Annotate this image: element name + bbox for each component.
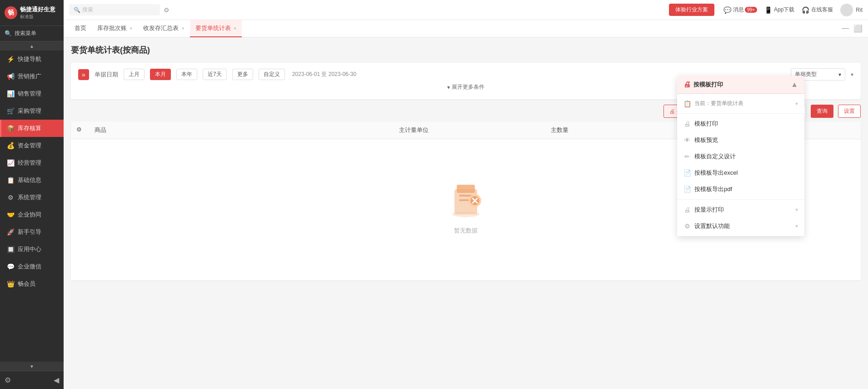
sidebar-item-quick-nav[interactable]: ⚡ 快捷导航 [0,51,64,68]
sidebar-item-system[interactable]: ⚙ 系统管理 [0,189,64,206]
sidebar-item-purchase[interactable]: 🛒 采购管理 [0,102,64,120]
sidebar-logo: 畅 畅捷通好生意 标准版 [0,0,64,26]
dropdown-header: 🖨 按模板打印 ▲ [677,76,804,94]
collapse-icon[interactable]: ◀ [54,376,59,384]
sidebar-scroll-up[interactable]: ▲ [0,41,64,51]
topbar-actions: 💬 消息 99+ 📱 App下载 🎧 在线客服 Rit [723,4,863,16]
sidebar-item-basics[interactable]: 📋 基础信息 [0,172,64,189]
sidebar-icon-enterprise: 🤝 [6,211,15,218]
sidebar-item-wechat[interactable]: 💬 企业微信 [0,258,64,275]
main-area: 🔍 搜索 ⚙ 体验行业方案 💬 消息 99+ 📱 App下载 🎧 在线客服 Ri… [64,0,868,389]
app-download-action[interactable]: 📱 App下载 [764,6,794,14]
sidebar-item-finance[interactable]: 💰 资金管理 [0,137,64,154]
date-btn-current-year[interactable]: 本年 [176,69,197,80]
filter-expand-button[interactable]: » [78,69,89,80]
sidebar-icon-system: ⚙ [6,194,15,201]
settings-icon[interactable]: ⚙ [5,376,11,384]
minimize-icon[interactable]: — [842,24,849,33]
message-action[interactable]: 💬 消息 99+ [723,6,757,14]
sidebar-item-member[interactable]: 👑 畅会员 [0,275,64,293]
dropdown-display-print[interactable]: 🖨 按显示打印 ▾ [677,202,804,218]
topbar-search[interactable]: 🔍 搜索 [69,4,160,15]
sidebar-item-marketing[interactable]: 📢 营销推广 [0,68,64,85]
sidebar-label-guide: 新手引导 [18,228,41,236]
content-area: 要货单统计表(按商品) » 单据日期 上月 本月 本年 近7天 更多 自定义 2… [64,37,868,389]
default-setting-icon: ⚙ [683,222,691,230]
dropdown-display-section: 🖨 按显示打印 ▾ ⚙ 设置默认功能 ▾ [677,200,804,236]
dropdown-template-preview[interactable]: 👁 模板预览 [677,132,804,148]
tab-close-receipt-summary[interactable]: × [181,25,184,31]
display-print-arrow-icon: ▾ [795,207,798,213]
sidebar-item-operations[interactable]: 📈 经营管理 [0,154,64,172]
tabs-bar: 首页 库存批次账 × 收发存汇总表 × 要货单统计表 × — ⬜ [64,20,868,37]
dropdown-template-custom[interactable]: ✏ 模板自定义设计 [677,148,804,165]
dropdown-template-section: 🖨 模板打印 👁 模板预览 ✏ 模板自定义设计 📄 按模板导出excel 📄 [677,114,804,200]
date-btn-last-month[interactable]: 上月 [124,69,145,80]
settings-button[interactable]: 设置 [838,105,861,118]
date-btn-current-month[interactable]: 本月 [150,69,171,80]
sidebar-search[interactable]: 🔍 搜索菜单 [0,26,64,41]
tab-close-batch-account[interactable]: × [130,25,132,31]
tab-home[interactable]: 首页 [69,20,92,37]
sidebar-label-system: 系统管理 [18,193,41,202]
dropdown-default-setting[interactable]: ⚙ 设置默认功能 ▾ [677,218,804,234]
svg-rect-4 [459,199,469,201]
online-service-action[interactable]: 🎧 在线客服 [802,6,833,14]
restore-icon[interactable]: ⬜ [853,24,863,33]
sidebar-icon-finance: 💰 [6,142,15,149]
print-icon: 🖨 [669,108,675,115]
sidebar: 畅 畅捷通好生意 标准版 🔍 搜索菜单 ▲ ⚡ 快捷导航 📢 营销推广 📊 销售… [0,0,64,389]
sidebar-item-appstore[interactable]: 🔲 应用中心 [0,241,64,258]
current-template-icon: 📋 [683,100,691,107]
dropdown-template-excel[interactable]: 📄 按模板导出excel [677,165,804,181]
trial-button[interactable]: 体验行业方案 [669,4,714,16]
sidebar-label-inventory: 库存核算 [18,124,41,132]
sidebar-icon-basics: 📋 [6,177,15,184]
avatar [840,4,853,16]
sidebar-item-sales[interactable]: 📊 销售管理 [0,85,64,102]
page-title: 要货单统计表(按商品) [71,45,861,56]
col-settings[interactable]: ⚙ [76,126,95,134]
empty-illustration [443,176,489,221]
sidebar-item-enterprise[interactable]: 🤝 企业协同 [0,206,64,223]
template-excel-icon: 📄 [683,169,691,177]
search-icon: 🔍 [5,30,12,37]
tab-receipt-summary[interactable]: 收发存汇总表 × [138,20,190,37]
display-print-icon: 🖨 [683,206,691,213]
dropdown-template-pdf[interactable]: 📄 按模板导出pdf [677,181,804,197]
sidebar-scroll-down[interactable]: ▼ [0,362,64,371]
date-btn-more[interactable]: 更多 [232,69,253,80]
dropdown-arrow-icon: ▾ [795,101,798,107]
date-btn-custom[interactable]: 自定义 [259,69,285,80]
sidebar-icon-wechat: 💬 [6,263,15,270]
tab-order-stats[interactable]: 要货单统计表 × [190,20,242,37]
sidebar-label-basics: 基础信息 [18,176,41,184]
dropdown-close-button[interactable]: ▲ [791,81,798,89]
service-icon: 🎧 [802,6,809,14]
dropdown-current-template[interactable]: 📋 当前：要货单统计表 ▾ [677,96,804,111]
col-unit: 主计量单位 [399,126,551,134]
tab-close-order-stats[interactable]: × [234,25,236,31]
sidebar-label-enterprise: 企业协同 [18,211,41,219]
sidebar-item-inventory[interactable]: 📦 库存核算 [0,120,64,137]
sidebar-nav: ⚡ 快捷导航 📢 营销推广 📊 销售管理 🛒 采购管理 📦 库存核算 💰 资金管… [0,51,64,362]
dropdown-template-print[interactable]: 🖨 模板打印 [677,116,804,132]
template-custom-icon: ✏ [683,153,691,160]
sidebar-icon-quick-nav: ⚡ [6,56,15,63]
sidebar-label-finance: 资金管理 [18,141,41,150]
order-type-arrow: ▾ [851,71,853,78]
topbar: 🔍 搜索 ⚙ 体验行业方案 💬 消息 99+ 📱 App下载 🎧 在线客服 Ri… [64,0,868,20]
sidebar-item-guide[interactable]: 🚀 新手引导 [0,223,64,241]
query-button[interactable]: 查询 [811,105,833,118]
default-setting-arrow-icon: ▾ [795,223,798,229]
date-btn-last-7days[interactable]: 近7天 [203,69,227,80]
sidebar-icon-guide: 🚀 [6,228,15,236]
topbar-settings-icon[interactable]: ⚙ [164,6,170,14]
date-range-text: 2023-06-01 至 2023-06-30 [292,71,356,78]
app-logo-text: 畅捷通好生意 标准版 [20,5,55,20]
sidebar-icon-inventory: 📦 [6,125,15,132]
message-icon: 💬 [723,6,731,14]
tab-batch-account[interactable]: 库存批次账 × [92,20,138,37]
template-pdf-icon: 📄 [683,186,691,193]
user-avatar-area[interactable]: Rit [840,4,863,16]
